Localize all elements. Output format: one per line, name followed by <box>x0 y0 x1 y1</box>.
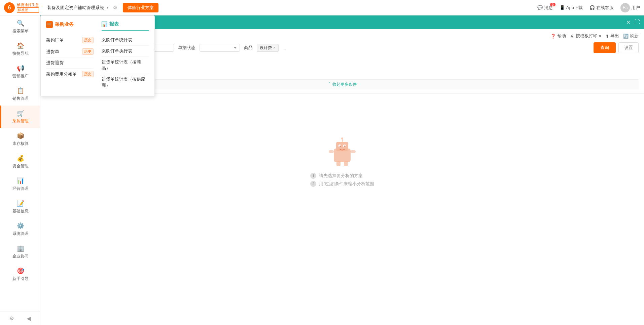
svg-rect-11 <box>344 161 348 166</box>
sidebar-bottom: ⚙ ◀ <box>0 312 40 325</box>
dropdown-item-order-stat[interactable]: 采购订单统计表 <box>102 35 149 46</box>
goods-more[interactable]: ... <box>283 45 286 50</box>
sidebar-label-basic: 基础信息 <box>12 208 29 214</box>
goods-tag: 设计费 × <box>257 44 279 52</box>
dropdown-item-incoming[interactable]: 进货单 历史 <box>46 46 94 57</box>
incoming-stat-supplier-label: 进货单统计表（按供应商） <box>102 76 149 88</box>
empty-state: 1 请先选择要分析的方案 2 用[过滤]条件来缩小分析范围 <box>40 94 644 228</box>
search-icon: 🔍 <box>17 19 24 27</box>
goods-tag-remove[interactable]: × <box>273 45 276 50</box>
sidebar-collapse-btn[interactable]: ◀ <box>27 315 31 322</box>
sidebar-item-system[interactable]: ⚙️ 系统管理 <box>0 218 40 241</box>
goods-tag-text: 设计费 <box>260 45 272 51</box>
online-service-btn[interactable]: 🎧 在线客服 <box>589 5 614 11</box>
sidebar-settings-btn[interactable]: ⚙ <box>9 315 14 322</box>
sidebar-item-finance[interactable]: 💰 资金管理 <box>0 151 40 173</box>
sidebar-item-sales[interactable]: 📋 销售管理 <box>0 83 40 106</box>
tab-close-btn[interactable]: ✕ <box>625 18 632 26</box>
messages-btn[interactable]: 💬 消息 5 <box>537 5 553 11</box>
system-title-arrow[interactable]: ▾ <box>107 5 109 10</box>
order-exec-label: 采购订单执行表 <box>102 48 132 54</box>
collapse-icon: ⌃ <box>328 82 331 87</box>
sidebar-label-finance: 资金管理 <box>12 163 29 169</box>
hint-num-2: 2 <box>310 181 316 187</box>
help-btn[interactable]: ❓ 帮助 <box>550 33 566 39</box>
purchase-order-label: 采购订单 <box>46 37 64 43</box>
print-btn[interactable]: 🖨 按模板打印 ▾ <box>570 33 601 39</box>
print-icon: 🖨 <box>570 34 574 39</box>
sidebar-label-sales: 销售管理 <box>12 96 29 101</box>
tab-actions: ✕ ⛶ <box>625 18 644 26</box>
sales-icon: 📋 <box>17 87 24 94</box>
settings-icon[interactable]: ⚙ <box>113 4 117 11</box>
sidebar-label-search: 搜索菜单 <box>12 28 29 34</box>
empty-svg <box>325 135 359 169</box>
user-btn[interactable]: Ea 用户 <box>620 3 640 12</box>
sidebar-item-marketing[interactable]: 📢 营销推广 <box>0 60 40 83</box>
dropdown-columns: 🛒 采购业务 采购订单 历史 进货单 历史 进货退货 采购费用分摊单 历史 📊 <box>46 21 149 91</box>
sidebar-label-system: 系统管理 <box>12 231 29 237</box>
sidebar-item-quicknav[interactable]: 🏠 快捷导航 <box>0 38 40 60</box>
sidebar-item-basic[interactable]: 📝 基础信息 <box>0 196 40 218</box>
logo-area: 6 畅捷通好生意 标准版 <box>4 2 44 13</box>
sidebar-item-search[interactable]: 🔍 搜索菜单 <box>0 15 40 38</box>
dropdown-col-purchase: 🛒 采购业务 采购订单 历史 进货单 历史 进货退货 采购费用分摊单 历史 <box>46 21 94 91</box>
dropdown-item-return[interactable]: 进货退货 <box>46 57 94 69</box>
set-btn[interactable]: 设置 <box>618 42 639 53</box>
sidebar-item-inventory[interactable]: 📦 库存核算 <box>0 128 40 151</box>
export-label: 导出 <box>610 33 619 39</box>
user-initial: Ea <box>623 5 628 10</box>
report-col-title: 📊 报表 <box>102 21 149 31</box>
dropdown-item-order-exec[interactable]: 采购订单执行表 <box>102 46 149 57</box>
online-service-label: 在线客服 <box>596 5 614 11</box>
refresh-label: 刷新 <box>630 33 639 39</box>
sidebar-label-inventory: 库存核算 <box>12 141 29 147</box>
dropdown-item-expense[interactable]: 采购费用分摊单 历史 <box>46 69 94 80</box>
sidebar-item-operations[interactable]: 📊 经营管理 <box>0 173 40 196</box>
export-icon: ⬆ <box>605 34 609 39</box>
purchase-order-history: 历史 <box>82 37 94 43</box>
header-right: 💬 消息 5 📱 App下载 🎧 在线客服 Ea 用户 <box>537 3 640 12</box>
query-btn[interactable]: 查询 <box>594 42 616 53</box>
tab-expand-btn[interactable]: ⛶ <box>633 18 641 26</box>
dropdown-item-incoming-stat-goods[interactable]: 进货单统计表（按商品） <box>102 57 149 74</box>
dropdown-item-purchase-order[interactable]: 采购订单 历史 <box>46 35 94 46</box>
export-btn[interactable]: ⬆ 导出 <box>605 33 619 39</box>
refresh-btn[interactable]: 🔄 刷新 <box>623 33 639 39</box>
dropdown-col-report: 📊 报表 采购订单统计表 采购订单执行表 进货单统计表（按商品） 进货单统计表（… <box>102 21 149 91</box>
sidebar-item-newuser[interactable]: 🎯 新手引导 <box>0 263 40 286</box>
message-icon: 💬 <box>537 5 543 10</box>
document-status-select[interactable] <box>200 44 240 52</box>
basic-icon: 📝 <box>17 200 24 207</box>
help-label: 帮助 <box>557 33 566 39</box>
logo-text-block: 畅捷通好生意 标准版 <box>17 2 39 12</box>
svg-rect-8 <box>329 150 334 153</box>
incoming-history: 历史 <box>82 48 94 55</box>
headset-icon: 🎧 <box>589 5 595 10</box>
hint-num-1: 1 <box>310 173 316 179</box>
purchase-dropdown-menu: 🛒 采购业务 采购订单 历史 进货单 历史 进货退货 采购费用分摊单 历史 📊 <box>40 15 155 96</box>
empty-hint-1: 1 请先选择要分析的方案 <box>310 173 374 179</box>
logo-tag: 标准版 <box>17 7 39 13</box>
query-actions: 查询 设置 <box>594 42 639 53</box>
sidebar-label-marketing: 营销推广 <box>12 73 29 79</box>
system-icon: ⚙️ <box>17 222 24 230</box>
industry-btn[interactable]: 体验行业方案 <box>123 3 158 12</box>
app-download-btn[interactable]: 📱 App下载 <box>560 5 583 11</box>
sidebar-item-purchase[interactable]: 🛒 采购管理 <box>0 106 40 128</box>
goods-label: 商品 <box>244 45 253 51</box>
user-label: 用户 <box>631 5 640 11</box>
sidebar-label-operations: 经营管理 <box>12 186 29 192</box>
sidebar-item-enterprise[interactable]: 🏢 企业协同 <box>0 241 40 263</box>
messages-badge: 5 <box>550 3 556 6</box>
purchase-icon: 🛒 <box>17 110 24 117</box>
system-title-text: 装备及固定资产辅助管理系统 <box>47 5 104 11</box>
empty-illustration <box>325 135 359 169</box>
dropdown-item-incoming-stat-supplier[interactable]: 进货单统计表（按供应商） <box>102 74 149 91</box>
document-status-label: 单据状态 <box>178 45 195 51</box>
finance-icon: 💰 <box>17 155 24 162</box>
marketing-icon: 📢 <box>17 65 24 72</box>
incoming-label: 进货单 <box>46 49 59 55</box>
svg-rect-10 <box>336 161 341 166</box>
collapse-label: 收起更多条件 <box>332 82 357 87</box>
